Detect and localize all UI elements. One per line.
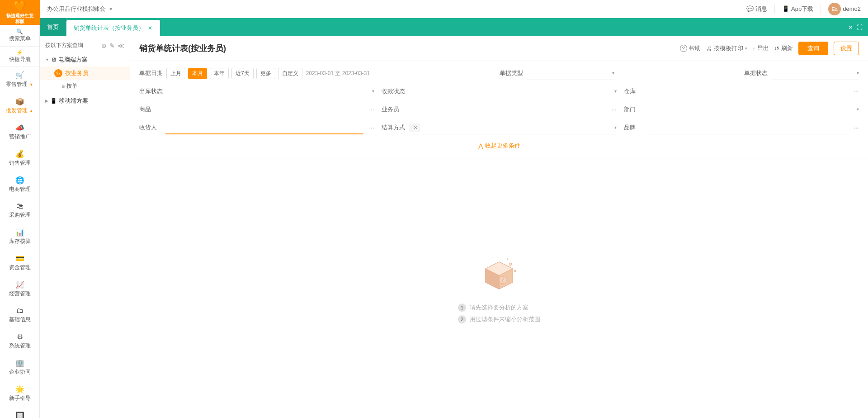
sub-item-order[interactable]: ≡ 按单 xyxy=(40,80,130,92)
salesperson-input[interactable] xyxy=(408,103,606,116)
left-panel-header: 按以下方案查询 ⊕ ✎ ≪ xyxy=(40,42,130,53)
sidebar-item-finance[interactable]: 💳 资金管理 xyxy=(0,250,39,276)
sidebar-item-wholesale[interactable]: 📦 批发管理 ▲ xyxy=(0,93,39,119)
sidebar-item-ecommerce[interactable]: 🌐 电商管理 xyxy=(0,171,39,198)
refresh-icon: ↺ xyxy=(774,45,779,52)
settings-button[interactable]: 设置 xyxy=(834,42,859,55)
step1-num: 1 xyxy=(458,304,466,312)
refresh-label: 刷新 xyxy=(781,44,793,52)
scheme-group-desktop-header[interactable]: ▼ 🖥 电脑端方案 xyxy=(40,53,130,66)
date-last7[interactable]: 近7天 xyxy=(231,68,254,79)
payment-status-select[interactable]: ▾ xyxy=(409,85,617,98)
doc-status-select[interactable]: ▾ xyxy=(771,66,859,80)
left-panel-title: 按以下方案查询 xyxy=(45,42,83,49)
brand-dots[interactable]: ··· xyxy=(854,124,859,131)
quick-nav[interactable]: ⚡ 快捷导航 xyxy=(0,47,39,66)
user-action[interactable]: Ea demo2 xyxy=(828,3,861,15)
scheme-group-desktop-icon: 🖥 xyxy=(51,57,57,63)
date-custom[interactable]: 自定义 xyxy=(278,68,302,79)
tab-home[interactable]: 首页 xyxy=(40,18,66,36)
breadcrumb-dropdown-icon[interactable]: ▾ xyxy=(109,5,113,12)
brand-input[interactable] xyxy=(650,121,848,134)
department-select[interactable]: ▾ xyxy=(650,103,859,116)
scheme-group-mobile-header[interactable]: ▶ 📱 移动端方案 xyxy=(40,94,130,108)
ecommerce-label: 电商管理 xyxy=(9,186,31,192)
sidebar-item-company[interactable]: 🏢 企业协同 xyxy=(0,354,39,380)
tab-close-all-icon[interactable]: ✕ xyxy=(848,24,853,31)
empty-step-2: 2 用过滤条件来缩小分析范围 xyxy=(458,315,540,323)
date-more[interactable]: 更多 xyxy=(256,68,275,79)
order-sub-icon: ≡ xyxy=(61,83,65,90)
help-action[interactable]: ? 帮助 xyxy=(680,44,701,52)
sidebar: 🧡 畅捷通好生意 标版 🔍 搜索菜单 ⚡ 快捷导航 🛒 零售管理 ▼ 📦 批发管… xyxy=(0,0,40,418)
sidebar-item-marketing[interactable]: 📣 营销推广 xyxy=(0,119,39,145)
date-this-month[interactable]: 本月 xyxy=(188,68,207,79)
refresh-action[interactable]: ↺ 刷新 xyxy=(774,44,793,52)
tab-maximize-icon[interactable]: ⛶ xyxy=(857,24,863,31)
date-this-year[interactable]: 本年 xyxy=(210,68,229,79)
query-button[interactable]: 查询 xyxy=(798,42,828,55)
newbie-icon: 🌟 xyxy=(0,385,39,394)
svg-point-7 xyxy=(514,270,516,272)
sidebar-item-appstore[interactable]: 🔲 应用中心 xyxy=(0,407,39,418)
operations-icon: 📈 xyxy=(0,280,39,289)
doc-type-select[interactable]: ▾ xyxy=(527,66,614,80)
sidebar-item-basic[interactable]: 🗂 基础信息 xyxy=(0,302,39,328)
payment-method-label: 结算方式 xyxy=(382,124,405,132)
collapse-filters-btn[interactable]: ⋀ 收起更多条件 xyxy=(139,139,859,152)
retail-icon: 🛒 xyxy=(0,71,39,80)
filter-warehouse: 仓库 ··· xyxy=(624,85,859,98)
inventory-label: 库存核算 xyxy=(9,238,31,244)
sidebar-item-sales[interactable]: 💰 销售管理 xyxy=(0,145,39,171)
payment-status-arrow: ▾ xyxy=(614,89,617,94)
salesperson-label: 业务员 xyxy=(382,105,404,114)
message-icon: 💬 xyxy=(746,5,754,12)
edit-scheme-icon[interactable]: ✎ xyxy=(109,42,115,49)
consignee-dots[interactable]: ··· xyxy=(369,124,374,131)
sales-icon: 💰 xyxy=(0,150,39,158)
sidebar-item-system[interactable]: ⚙ 系统管理 xyxy=(0,328,39,354)
export-action[interactable]: ↑ 导出 xyxy=(753,44,769,52)
collapse-icon[interactable]: ≪ xyxy=(118,42,124,49)
sidebar-item-operations[interactable]: 📈 经营管理 xyxy=(0,276,39,302)
scheme-item-salesperson[interactable]: 业 按业务员 xyxy=(40,66,130,80)
wholesale-label: 批发管理 xyxy=(6,107,28,114)
department-label: 部门 xyxy=(624,105,646,114)
goods-dots[interactable]: ··· xyxy=(369,106,374,113)
basic-icon: 🗂 xyxy=(0,307,39,315)
divider2 xyxy=(821,5,821,14)
retail-label: 零售管理 xyxy=(6,81,28,87)
message-action[interactable]: 💬 消息 xyxy=(746,5,767,13)
app-download-action[interactable]: 📱 App下载 xyxy=(782,5,813,13)
department-arrow: ▾ xyxy=(857,107,859,112)
filter-salesperson: 业务员 ··· xyxy=(382,103,617,116)
sidebar-item-retail[interactable]: 🛒 零售管理 ▼ xyxy=(0,66,39,93)
app-subtitle: 标版 xyxy=(15,19,24,25)
search-menu[interactable]: 🔍 搜索菜单 xyxy=(0,25,39,47)
tab-bar: 首页 销货单统计表（按业务员） ✕ ✕ ⛶ xyxy=(40,18,868,36)
sidebar-item-newbie[interactable]: 🌟 新手引导 xyxy=(0,380,39,407)
goods-input[interactable] xyxy=(165,103,363,116)
brand-label: 品牌 xyxy=(624,124,646,132)
order-sub-label: 按单 xyxy=(66,82,77,90)
payment-method-clear-icon[interactable]: ✕ xyxy=(413,124,418,131)
payment-method-select[interactable]: ✕ ▾ xyxy=(409,121,617,134)
date-last-month[interactable]: 上月 xyxy=(166,68,185,79)
print-action[interactable]: 🖨 按模板打印 ▾ xyxy=(706,44,747,52)
ship-status-select[interactable]: ▾ xyxy=(166,85,374,98)
nav-icon: ⚡ xyxy=(16,49,23,56)
tab-close-icon[interactable]: ✕ xyxy=(148,25,152,31)
export-icon: ↑ xyxy=(753,45,756,52)
filter-goods: 商品 ··· xyxy=(139,103,374,116)
sidebar-item-purchase[interactable]: 🛍 采购管理 xyxy=(0,198,39,223)
consignee-input[interactable] xyxy=(165,121,363,134)
tab-sales-stats[interactable]: 销货单统计表（按业务员） ✕ xyxy=(66,20,160,36)
main-area: 办公用品行业模拟账套 ▾ 💬 消息 📱 App下载 Ea demo2 首页 xyxy=(40,0,868,418)
warehouse-input[interactable] xyxy=(650,85,848,98)
warehouse-dots[interactable]: ··· xyxy=(854,88,859,95)
page-title: 销货单统计表(按业务员) xyxy=(139,43,226,59)
add-scheme-icon[interactable]: ⊕ xyxy=(101,42,107,49)
left-panel: 按以下方案查询 ⊕ ✎ ≪ ▼ 🖥 电脑端方案 业 按业务员 xyxy=(40,36,130,418)
salesperson-dots[interactable]: ··· xyxy=(611,106,617,113)
sidebar-item-inventory[interactable]: 📊 库存核算 xyxy=(0,223,39,250)
